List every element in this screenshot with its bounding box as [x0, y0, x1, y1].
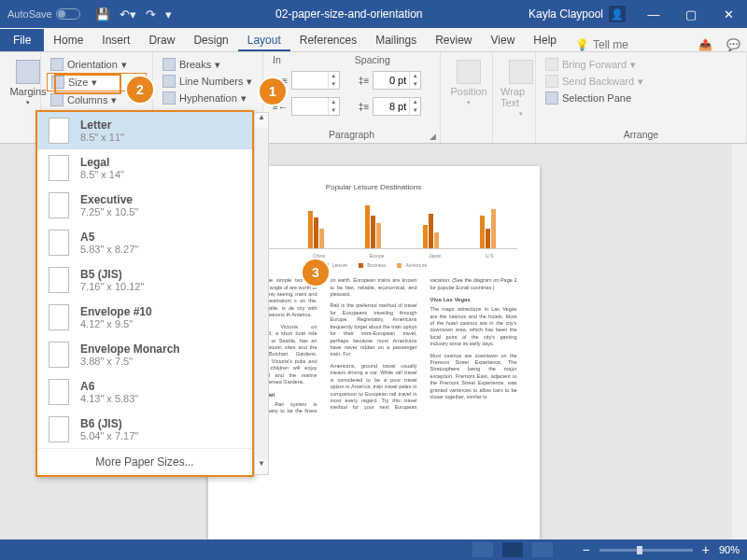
size-option-envelope-monarch[interactable]: Envelope Monarch3.88" x 7.5" — [37, 336, 252, 373]
page-icon — [49, 304, 69, 330]
size-option-a6[interactable]: A64.13" x 5.83" — [37, 373, 252, 411]
close-button[interactable]: ✕ — [710, 7, 747, 21]
paragraph-launcher-icon[interactable]: ◢ — [430, 132, 436, 141]
page-icon — [49, 416, 69, 442]
size-option-b5-jis-[interactable]: B5 (JIS)7.16" x 10.12" — [37, 261, 252, 299]
undo-icon[interactable]: ↶▾ — [120, 7, 136, 21]
hyphenation-button[interactable]: Hyphenation ▾ — [159, 90, 257, 106]
callout-3: 3 — [303, 259, 329, 286]
selection-pane-button[interactable]: Selection Pane — [542, 90, 740, 106]
tab-insert[interactable]: Insert — [92, 30, 139, 51]
share-button[interactable]: 📤 — [691, 38, 719, 51]
position-button: Position▾ — [446, 56, 491, 110]
send-backward-button: Send Backward ▾ — [542, 73, 740, 90]
page-icon — [49, 118, 69, 144]
tab-mailings[interactable]: Mailings — [366, 30, 426, 51]
ribbon-tabs: File Home Insert Draw Design Layout Refe… — [0, 28, 747, 52]
account-button[interactable]: Kayla Claypool👤 — [519, 6, 635, 22]
zoom-out-button[interactable]: − — [583, 542, 590, 557]
tab-view[interactable]: View — [482, 30, 525, 51]
page-icon — [49, 230, 69, 256]
bring-forward-button: Bring Forward ▾ — [542, 56, 740, 73]
spacing-after[interactable]: ‡≡▲▼ — [355, 95, 425, 118]
size-dropdown: ▲▼ Letter8.5" x 11"Legal8.5" x 14"Execut… — [35, 110, 254, 477]
tell-me-search[interactable]: 💡 Tell me — [566, 38, 628, 51]
more-paper-sizes[interactable]: More Paper Sizes... — [37, 448, 252, 475]
read-mode-icon[interactable] — [472, 542, 493, 557]
spacing-label: Spacing — [355, 54, 425, 65]
chart — [231, 197, 517, 249]
line-numbers-button[interactable]: Line Numbers ▾ — [159, 73, 257, 90]
page-icon — [49, 155, 69, 181]
dropdown-scrollbar[interactable]: ▲▼ — [254, 112, 269, 475]
tab-layout[interactable]: Layout — [238, 30, 290, 51]
size-option-executive[interactable]: Executive7.25" x 10.5" — [37, 187, 252, 224]
title-bar: AutoSave 💾 ↶▾ ↷ ▾ 02-paper-size-and-orie… — [0, 0, 747, 28]
tab-review[interactable]: Review — [426, 30, 481, 51]
tab-design[interactable]: Design — [184, 30, 237, 51]
size-option-b6-jis-[interactable]: B6 (JIS)5.04" x 7.17" — [37, 411, 252, 448]
print-layout-icon[interactable] — [502, 542, 523, 557]
autosave-toggle[interactable]: AutoSave — [0, 8, 88, 20]
spacing-before[interactable]: ‡≡▲▼ — [355, 69, 425, 91]
page-icon — [49, 192, 69, 218]
redo-icon[interactable]: ↷ — [146, 7, 156, 21]
chart-title: Popular Leisure Destinations — [231, 183, 517, 191]
page-icon — [49, 342, 69, 368]
paragraph-group-label: Paragraph — [329, 129, 374, 140]
tab-references[interactable]: References — [290, 30, 366, 51]
zoom-slider[interactable] — [599, 549, 693, 552]
size-option-letter[interactable]: Letter8.5" x 11" — [37, 112, 252, 149]
minimize-button[interactable]: — — [635, 7, 672, 21]
restore-button[interactable]: ▢ — [672, 7, 710, 21]
web-layout-icon[interactable] — [532, 542, 553, 557]
callout-2: 2 — [127, 77, 153, 103]
vertical-scrollbar[interactable] — [732, 144, 747, 539]
zoom-level[interactable]: 90% — [719, 544, 740, 555]
tab-draw[interactable]: Draw — [139, 30, 184, 51]
tab-help[interactable]: Help — [524, 30, 566, 51]
document-title: 02-paper-size-and-orientation — [179, 7, 519, 21]
size-button-highlight — [54, 74, 121, 94]
tab-home[interactable]: Home — [44, 30, 92, 51]
save-icon[interactable]: 💾 — [95, 7, 110, 21]
size-option-a5[interactable]: A55.83" x 8.27" — [37, 224, 252, 261]
breaks-button[interactable]: Breaks ▾ — [159, 56, 257, 73]
orientation-button[interactable]: Orientation ▾ — [47, 56, 147, 73]
status-bar: − + 90% — [0, 539, 747, 560]
comments-button[interactable]: 💬 — [719, 38, 747, 51]
zoom-in-button[interactable]: + — [702, 542, 710, 557]
size-option-envelope-10[interactable]: Envelope #104.12" x 9.5" — [37, 299, 252, 336]
qat-more-icon[interactable]: ▾ — [165, 7, 172, 21]
arrange-group-label: Arrange — [536, 129, 746, 143]
tab-file[interactable]: File — [0, 29, 44, 51]
size-option-legal[interactable]: Legal8.5" x 14" — [37, 149, 252, 187]
page-icon — [49, 379, 69, 405]
callout-1: 1 — [260, 78, 286, 105]
page-icon — [49, 267, 69, 293]
